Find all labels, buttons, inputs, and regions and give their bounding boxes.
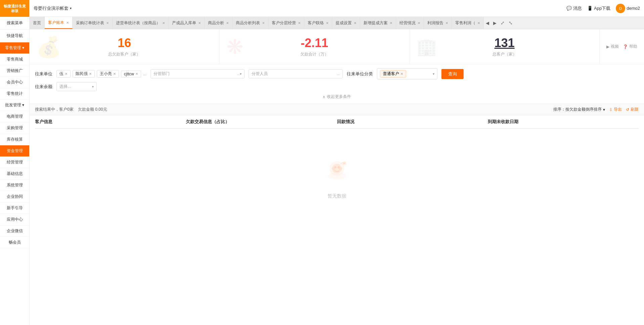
sidebar-item-ecom-mgmt[interactable]: 电商管理 xyxy=(0,111,29,122)
tab-customer-account-close[interactable]: ✕ xyxy=(66,21,69,25)
sidebar-item-marketing[interactable]: 营销推广 xyxy=(0,65,29,77)
tab-customer-segment-close[interactable]: ✕ xyxy=(298,21,301,25)
tab-home[interactable]: 首页 xyxy=(30,17,45,29)
user-profile[interactable]: D demo2 xyxy=(616,4,640,13)
sidebar-item-retail-mgmt[interactable]: 零售管理 ▾ xyxy=(0,42,29,54)
tab-goods-analysis[interactable]: 商品分析 ✕ xyxy=(205,17,232,29)
tab-customer-account[interactable]: 客户账本 ✕ xyxy=(45,17,73,29)
tab-expand[interactable]: ⤢ xyxy=(499,20,507,26)
refresh-button[interactable]: ↺ 刷新 xyxy=(626,107,639,112)
sort-selector[interactable]: 排序：按欠款金额倒序排序 ▾ xyxy=(553,107,605,112)
result-bar: 搜索结果中，客户0家 欠款金额 0.00元 排序：按欠款金额倒序排序 ▾ ⇩ 导… xyxy=(30,104,644,115)
collapse-button[interactable]: ∧ 收起更多条件 xyxy=(35,94,639,100)
unit-filter-label: 往来单位 xyxy=(35,71,52,77)
chevron-down-icon: ▾ xyxy=(70,6,72,10)
filter-tag-cjttcw[interactable]: cjttcw ✕ xyxy=(121,71,141,77)
tab-goods-analysis-close[interactable]: ✕ xyxy=(226,21,229,25)
sidebar-item-purchase-mgmt[interactable]: 采购管理 xyxy=(0,122,29,134)
tab-profit-report-close[interactable]: ✕ xyxy=(445,21,448,25)
stat-block-debt-total: ❋ -2.11 欠款合计（万） xyxy=(220,29,410,64)
tab-import-stat-close[interactable]: ✕ xyxy=(162,21,165,25)
sidebar-item-inventory-check[interactable]: 库存核算 xyxy=(0,134,29,145)
balance-filter-select[interactable]: 选择... ▾ xyxy=(56,82,97,91)
col-repay-header: 回款情况 xyxy=(337,119,488,125)
category-filter-tag[interactable]: 普通客户 ✕ xyxy=(380,70,406,78)
category-filter-tag-close[interactable]: ✕ xyxy=(400,72,403,76)
dept-filter-arrow: ▾ xyxy=(240,72,242,76)
sidebar-item-enterprise-collab[interactable]: 企业协同 xyxy=(0,191,29,203)
export-label: 导出 xyxy=(614,107,622,112)
tab-business-status[interactable]: 经营情况 ✕ xyxy=(396,17,424,29)
tab-customer-contact[interactable]: 客户联络 ✕ xyxy=(304,17,332,29)
tab-customer-contact-close[interactable]: ✕ xyxy=(326,21,329,25)
table-header: 客户信息 欠款交易信息（占比） 回款情况 到期未收款日期 xyxy=(35,115,639,129)
sidebar-item-operation-mgmt[interactable]: 经营管理 xyxy=(0,157,29,168)
sidebar-item-enterprise-wechat[interactable]: 企业微信 xyxy=(0,225,29,237)
sidebar-item-retail-stats[interactable]: 零售统计 xyxy=(0,88,29,100)
query-button[interactable]: 查询 xyxy=(441,69,464,79)
tab-business-status-close[interactable]: ✕ xyxy=(418,21,420,25)
help-button[interactable]: ❓ 帮助 xyxy=(623,44,637,49)
svg-point-5 xyxy=(332,167,336,170)
tab-new-improve-close[interactable]: ✕ xyxy=(390,21,392,25)
total-customers-value: 131 xyxy=(492,36,517,50)
filter-row-1: 往来单位 伍 ✕ 陈民强 ✕ 王小亮 ✕ cjttcw xyxy=(35,68,639,79)
category-filter-select[interactable]: 普通客户 ✕ ▾ xyxy=(377,68,437,79)
sidebar-item-wholesale-mgmt[interactable]: 批发管理 ▾ xyxy=(0,100,29,111)
collapse-label: 收起更多条件 xyxy=(327,94,351,100)
filter-tag-wang-close[interactable]: ✕ xyxy=(113,72,116,76)
dept-filter-select[interactable]: 分管部门 ... ▾ xyxy=(151,69,245,78)
tab-produce-import[interactable]: 产成品入库单 ✕ xyxy=(169,17,205,29)
tab-purchase-order-stat[interactable]: 采购订单统计表 ✕ xyxy=(73,17,113,29)
tab-retail-profit-close[interactable]: ✕ xyxy=(477,21,480,25)
balance-filter-placeholder: 选择... xyxy=(59,84,92,89)
sidebar-item-retail-mall[interactable]: 零售商城 xyxy=(0,54,29,65)
video-help-button[interactable]: ▶ 视频 xyxy=(606,44,619,49)
person-filter-placeholder: 分管人员 xyxy=(252,71,337,77)
tab-customer-segment-label: 客户分层经营 xyxy=(272,20,296,26)
refresh-icon: ↺ xyxy=(626,107,629,112)
filter-tag-cjttcw-close[interactable]: ✕ xyxy=(135,72,138,76)
tab-goods-analysis-list[interactable]: 商品分析列表 ✕ xyxy=(232,17,268,29)
sidebar-item-member-center[interactable]: 会员中心 xyxy=(0,77,29,88)
tab-retail-profit[interactable]: 零售利润（ ✕ xyxy=(452,17,484,29)
empty-state: 暂无数据 xyxy=(30,129,644,226)
sidebar-item-search[interactable]: 搜索菜单 xyxy=(0,17,29,30)
tab-purchase-order-stat-close[interactable]: ✕ xyxy=(106,21,109,25)
app-download-button[interactable]: 📱 App下载 xyxy=(587,5,610,11)
debt-customers-label: 总欠款客户（家） xyxy=(108,51,140,57)
filter-tag-chen-close[interactable]: ✕ xyxy=(89,72,92,76)
tab-purchase-order-stat-label: 采购订单统计表 xyxy=(76,20,104,26)
stat-info-debt-total: -2.11 欠款合计（万） xyxy=(300,36,329,57)
export-button[interactable]: ⇩ 导出 xyxy=(609,107,622,112)
tab-improve-settings-close[interactable]: ✕ xyxy=(354,21,356,25)
tab-improve-settings[interactable]: 提成设置 ✕ xyxy=(332,17,360,29)
sidebar-item-changhui-member[interactable]: 畅会员 xyxy=(0,237,29,248)
filter-tag-wu[interactable]: 伍 ✕ xyxy=(56,70,71,78)
sidebar-item-quick-nav[interactable]: 快捷导航 xyxy=(0,30,29,42)
filter-tag-chen[interactable]: 陈民强 ✕ xyxy=(73,70,95,78)
tab-import-stat[interactable]: 进货单统计表（按商品） ✕ xyxy=(113,17,169,29)
tab-fullscreen[interactable]: ⤡ xyxy=(507,20,515,26)
filter-tag-more[interactable]: ... xyxy=(143,72,146,76)
sidebar-item-newcomer-guide[interactable]: 新手引导 xyxy=(0,203,29,214)
sidebar-item-capital-mgmt[interactable]: 资金管理 xyxy=(0,145,29,157)
tab-profit-report[interactable]: 利润报告 ✕ xyxy=(424,17,452,29)
filter-tag-wu-close[interactable]: ✕ xyxy=(65,72,68,76)
sidebar-item-basic-info[interactable]: 基础信息 xyxy=(0,168,29,180)
tab-nav-prev[interactable]: ◀ xyxy=(484,21,491,26)
filter-tag-wang[interactable]: 王小亮 ✕ xyxy=(97,70,119,78)
tab-customer-contact-label: 客户联络 xyxy=(308,20,324,26)
messages-button[interactable]: 💬 消息 xyxy=(566,5,582,11)
tab-nav-next[interactable]: ▶ xyxy=(491,21,499,26)
person-filter-select[interactable]: 分管人员 ... xyxy=(249,69,343,78)
tab-produce-import-close[interactable]: ✕ xyxy=(198,21,201,25)
account-selector[interactable]: 母婴行业演示帐套 ▾ xyxy=(34,5,72,11)
tab-customer-segment[interactable]: 客户分层经营 ✕ xyxy=(268,17,304,29)
tab-goods-analysis-list-close[interactable]: ✕ xyxy=(262,21,265,25)
sidebar-item-app-center[interactable]: 应用中心 xyxy=(0,214,29,225)
tab-new-improve[interactable]: 新增提成方案 ✕ xyxy=(360,17,396,29)
user-name: demo2 xyxy=(627,6,640,11)
svg-point-6 xyxy=(338,167,342,170)
sidebar-item-system-mgmt[interactable]: 系统管理 xyxy=(0,180,29,191)
